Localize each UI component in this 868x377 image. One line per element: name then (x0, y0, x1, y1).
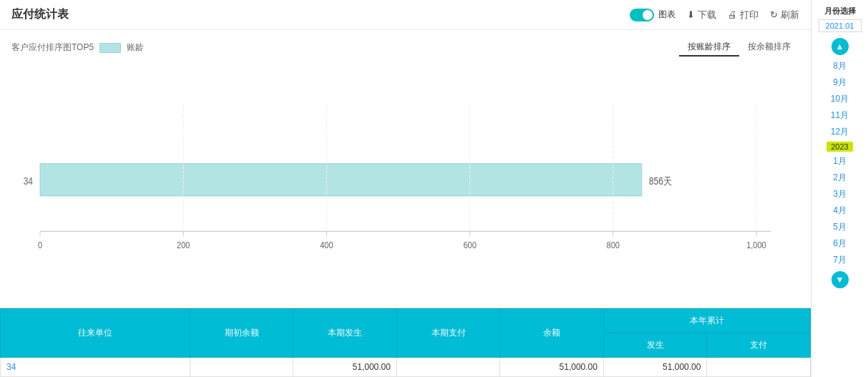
year-input[interactable] (819, 19, 862, 32)
chart-legend: 客户应付排序图TOP5 账龄 (11, 41, 144, 54)
print-button[interactable]: 🖨 打印 (728, 9, 759, 21)
cell-balance: 51,000.00 (500, 358, 604, 377)
bar-value-label: 856天 (649, 175, 672, 187)
cell-year-occur: 51,000.00 (603, 358, 707, 377)
y-label: 34 (24, 175, 33, 187)
sidebar-month-9[interactable]: 9月 (811, 74, 868, 91)
nav-up-button[interactable]: ▲ (832, 38, 849, 55)
svg-text:200: 200 (177, 240, 190, 250)
print-icon: 🖨 (728, 9, 737, 20)
main-content: 应付统计表 图表 ⬇ 下载 🖨 打印 ↻ 刷新 客户应付排序图TOP5 (0, 0, 811, 377)
svg-text:0: 0 (38, 240, 42, 250)
table-row: 34 51,000.00 51,000.00 51,000.00 (1, 358, 811, 377)
table-header-row: 往来单位 期初余额 本期发生 本期支付 余额 本年累计 (1, 309, 811, 333)
chart-svg: 34 856天 0 200 400 600 800 1,000 (11, 62, 799, 299)
sort-by-balance-button[interactable]: 按余额排序 (739, 39, 799, 57)
th-current-pay: 本期支付 (396, 309, 500, 358)
th-current-occur: 本期发生 (293, 309, 397, 358)
th-year-pay: 支付 (707, 333, 811, 358)
sidebar-month-1[interactable]: 1月 (811, 153, 868, 170)
sidebar-month-8[interactable]: 8月 (811, 58, 868, 74)
sidebar-month-6[interactable]: 6月 (811, 235, 868, 252)
sidebar-month-4[interactable]: 4月 (811, 202, 868, 219)
unit-link[interactable]: 34 (6, 362, 16, 372)
cell-current-pay (396, 358, 500, 377)
cell-opening (190, 358, 293, 377)
th-opening: 期初余额 (190, 309, 293, 358)
legend-box-label: 账龄 (127, 41, 144, 54)
sidebar-title: 月份选择 (824, 6, 856, 16)
th-year-cumulative: 本年累计 (603, 309, 810, 333)
year-badge[interactable]: 2023 (826, 142, 852, 152)
chart-wrapper: 34 856天 0 200 400 600 800 1,000 (11, 62, 799, 299)
sidebar-month-5[interactable]: 5月 (811, 219, 868, 235)
th-year-occur: 发生 (603, 333, 707, 358)
page-title: 应付统计表 (11, 7, 69, 22)
chart-header: 客户应付排序图TOP5 账龄 按账龄排序 按余额排序 (11, 39, 799, 57)
sort-by-age-button[interactable]: 按账龄排序 (679, 39, 739, 57)
sidebar-month-12[interactable]: 12月 (811, 124, 868, 140)
svg-text:600: 600 (463, 240, 477, 250)
th-unit: 往来单位 (1, 309, 190, 358)
header: 应付统计表 图表 ⬇ 下载 🖨 打印 ↻ 刷新 (0, 0, 811, 30)
nav-down-button[interactable]: ▼ (832, 271, 849, 288)
chart-toggle[interactable] (630, 9, 654, 21)
refresh-button[interactable]: ↻ 刷新 (770, 9, 799, 21)
header-actions: 图表 ⬇ 下载 🖨 打印 ↻ 刷新 (630, 9, 799, 21)
sidebar-month-7[interactable]: 7月 (811, 252, 868, 268)
sidebar-month-3[interactable]: 3月 (811, 186, 868, 202)
data-table: 往来单位 期初余额 本期发生 本期支付 余额 本年累计 发生 支付 34 51,… (0, 308, 811, 377)
legend-text: 客户应付排序图TOP5 (11, 41, 94, 54)
th-balance: 余额 (500, 309, 604, 358)
print-label: 打印 (740, 9, 759, 21)
chart-toggle-label: 图表 (658, 9, 676, 21)
sidebar-month-10[interactable]: 10月 (811, 91, 868, 107)
refresh-label: 刷新 (781, 9, 799, 21)
svg-text:1,000: 1,000 (746, 240, 766, 250)
table-area: 往来单位 期初余额 本期发生 本期支付 余额 本年累计 发生 支付 34 51,… (0, 308, 811, 377)
chart-bar (40, 164, 642, 196)
download-icon: ⬇ (687, 9, 695, 20)
cell-current-occur: 51,000.00 (293, 358, 397, 377)
refresh-icon: ↻ (770, 9, 778, 20)
download-button[interactable]: ⬇ 下载 (687, 9, 716, 21)
svg-text:800: 800 (607, 240, 620, 250)
sidebar-month-11[interactable]: 11月 (811, 107, 868, 124)
sort-buttons: 按账龄排序 按余额排序 (679, 39, 799, 57)
sidebar-month-2[interactable]: 2月 (811, 170, 868, 186)
cell-unit: 34 (1, 358, 190, 377)
cell-year-pay (707, 358, 811, 377)
sidebar: 月份选择 ▲ 8月 9月 10月 11月 12月 2023 1月 2月 3月 4… (811, 0, 868, 377)
chart-area: 客户应付排序图TOP5 账龄 按账龄排序 按余额排序 34 856天 0 (0, 30, 811, 308)
chart-toggle-wrap: 图表 (630, 9, 676, 21)
svg-text:400: 400 (320, 240, 333, 250)
legend-box (99, 43, 121, 53)
download-label: 下载 (698, 9, 716, 21)
